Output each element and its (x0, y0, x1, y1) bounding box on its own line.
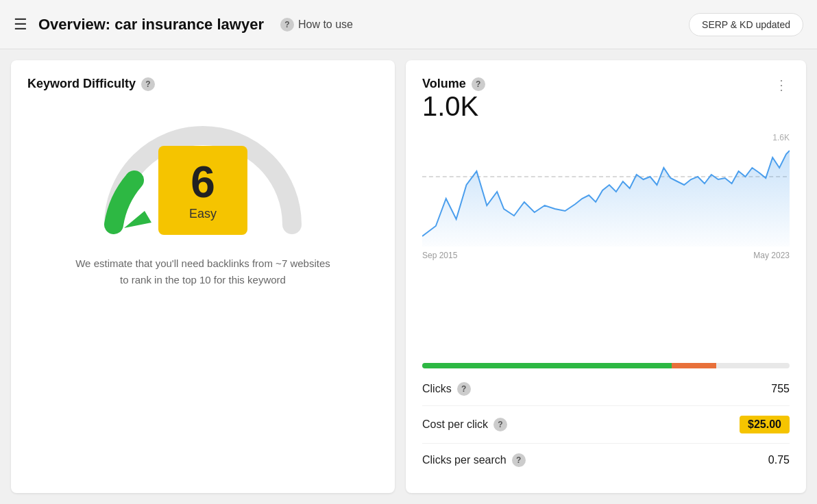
gauge-needle (124, 211, 151, 228)
clicks-label: Clicks (422, 383, 452, 395)
options-menu-icon[interactable]: ⋮ (775, 77, 790, 93)
cpc-stat-row: Cost per click ? $25.00 (422, 406, 790, 444)
volume-card: Volume ? 1.0K ⋮ 1.6K (406, 60, 806, 493)
cpc-label-group: Cost per click ? (422, 418, 507, 431)
menu-icon[interactable]: ☰ (14, 17, 27, 32)
volume-header: Volume ? 1.0K ⋮ (422, 77, 790, 125)
backlink-estimate-text: We estimate that you'll need backlinks f… (73, 255, 333, 288)
cps-label: Clicks per search (422, 454, 507, 466)
chart-x-labels: Sep 2015 May 2023 (422, 251, 790, 260)
cpc-label: Cost per click (422, 418, 488, 431)
keyword-difficulty-header: Keyword Difficulty ? (27, 77, 155, 91)
gauge-container: 6 Easy (93, 105, 313, 242)
how-to-use-label: How to use (298, 18, 353, 31)
volume-value: 1.0K (422, 91, 485, 122)
how-to-use-help-icon: ? (280, 18, 294, 32)
volume-chart-container: 1.6K Sep 2015 May 2023 (422, 130, 790, 356)
keyword-difficulty-help-icon[interactable]: ? (141, 77, 155, 91)
volume-title: Volume (422, 77, 466, 91)
gauge-difficulty-label: Easy (189, 207, 217, 221)
clicks-help-icon[interactable]: ? (457, 382, 471, 396)
cps-value: 0.75 (768, 454, 790, 466)
cpc-help-icon[interactable]: ? (493, 418, 507, 431)
cps-label-group: Clicks per search ? (422, 453, 526, 467)
clicks-value: 755 (771, 383, 790, 395)
cpc-value: $25.00 (740, 416, 790, 433)
progress-orange-segment (672, 363, 716, 368)
cps-stat-row: Clicks per search ? 0.75 (422, 444, 790, 477)
page-title: Overview: car insurance lawyer (38, 16, 264, 34)
chart-y-axis-label: 1.6K (772, 133, 790, 142)
volume-help-icon[interactable]: ? (472, 77, 485, 91)
keyword-difficulty-title: Keyword Difficulty (27, 77, 136, 91)
header: ☰ Overview: car insurance lawyer ? How t… (0, 0, 817, 49)
gauge-score-box: 6 Easy (158, 146, 247, 235)
clicks-label-group: Clicks ? (422, 382, 471, 396)
clicks-stat-row: Clicks ? 755 (422, 373, 790, 406)
volume-label-group: Volume ? 1.0K (422, 77, 485, 125)
chart-x-end: May 2023 (753, 251, 790, 260)
chart-x-start: Sep 2015 (422, 251, 457, 260)
clicks-progress-bar (422, 363, 790, 368)
serp-badge[interactable]: SERP & KD updated (689, 13, 803, 36)
keyword-difficulty-card: Keyword Difficulty ? 6 Easy We estimate … (11, 60, 395, 493)
cps-help-icon[interactable]: ? (512, 453, 526, 467)
volume-label: Volume ? (422, 77, 485, 91)
volume-chart-svg (422, 130, 790, 247)
main-content: Keyword Difficulty ? 6 Easy We estimate … (0, 49, 817, 504)
how-to-use-link[interactable]: ? How to use (280, 18, 353, 32)
progress-green-segment (422, 363, 672, 368)
gauge-score: 6 (191, 160, 215, 204)
